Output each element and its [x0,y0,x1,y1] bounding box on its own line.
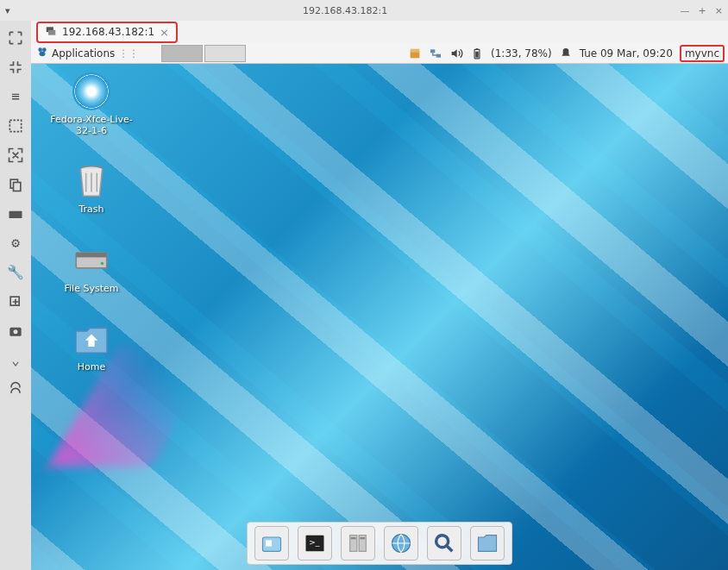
svg-rect-24 [266,541,272,547]
mouse-logo-icon [36,46,48,60]
desktop-wallpaper[interactable]: Fedora-Xfce-Live-32-1-6 Trash File Syste… [31,64,728,570]
svg-point-10 [42,47,47,52]
desktop-icon-home[interactable]: Home [48,320,135,373]
desktop-icon-filesystem[interactable]: File System [48,241,135,294]
home-folder-icon [72,320,110,358]
directory-button[interactable] [470,526,505,561]
terminal-button[interactable]: >_ [298,526,332,561]
svg-point-11 [40,51,46,56]
keyboard-icon[interactable] [3,202,28,226]
remote-desktop: Applications ⋮⋮ [31,43,728,570]
remmina-toolbar: ≡ ⚙ 🔧 ⌄ [0,21,31,570]
system-tray: (1:33, 78%) Tue 09 Mar, 09:20 myvnc [408,45,728,62]
connection-tabbar: 192.168.43.182:1 × [31,21,728,43]
desktop-icon-label: File System [65,283,119,294]
fullscreen-exit-icon[interactable] [3,55,28,79]
notification-bell-icon[interactable] [559,47,573,60]
desktop-icon-label: Home [78,361,105,373]
file-manager-button[interactable] [341,526,375,561]
svg-rect-8 [48,29,55,34]
fit-window-icon[interactable] [3,143,28,167]
menu-icon[interactable]: ≡ [3,85,28,109]
task-list [161,45,246,62]
clock-text[interactable]: Tue 09 Mar, 09:20 [580,47,673,60]
menu-lines-icon: ⋮⋮ [118,47,139,60]
battery-icon[interactable] [470,47,484,60]
task-button[interactable] [161,45,203,62]
window-title: 192.168.43.182:1 [16,5,675,16]
maximize-button[interactable]: + [699,5,706,16]
app-finder-button[interactable] [427,526,461,561]
svg-point-32 [436,536,449,548]
xfce-top-panel: Applications ⋮⋮ [31,43,728,64]
reconnect-icon[interactable] [3,378,28,402]
close-button[interactable]: × [715,5,723,16]
svg-point-9 [38,47,42,52]
collapse-icon[interactable]: ⌄ [3,348,28,373]
svg-rect-3 [9,211,22,218]
svg-rect-17 [476,48,478,49]
network-icon[interactable] [429,47,442,60]
task-button[interactable] [204,45,246,62]
svg-rect-13 [411,48,420,52]
trash-icon [72,162,110,200]
svg-rect-30 [360,537,365,539]
minimize-button[interactable]: — [681,5,690,16]
connection-tab[interactable]: 192.168.43.182:1 × [36,22,178,43]
clipboard-icon[interactable] [3,172,28,197]
svg-rect-2 [14,183,21,191]
cd-icon [72,72,110,110]
applications-menu[interactable]: Applications ⋮⋮ [31,46,144,60]
monitor-icon [45,25,57,40]
desktop-icon-cd[interactable]: Fedora-Xfce-Live-32-1-6 [48,72,135,136]
svg-rect-14 [430,49,435,53]
duplicate-icon[interactable] [3,290,28,314]
tab-close-button[interactable]: × [160,26,169,39]
settings-icon[interactable]: ⚙ [3,231,28,255]
tools-icon[interactable]: 🔧 [3,260,28,285]
user-menu[interactable]: myvnc [680,45,725,62]
connection-tab-label: 192.168.43.182:1 [62,26,154,38]
drive-icon [72,241,110,279]
desktop-icon-label: Fedora-Xfce-Live-32-1-6 [48,114,135,136]
applications-label: Applications [52,47,115,60]
web-browser-button[interactable] [384,526,418,561]
svg-rect-21 [76,253,107,257]
fullscreen-enter-icon[interactable] [3,26,28,50]
window-titlebar: ▾ 192.168.43.182:1 — + × [0,0,728,21]
svg-rect-18 [475,51,479,57]
battery-text: (1:33, 78%) [491,47,552,60]
svg-rect-0 [9,120,21,131]
volume-icon[interactable] [449,47,463,60]
desktop-icon-label: Trash [78,204,104,215]
show-desktop-button[interactable] [254,526,289,561]
desktop-icon-trash[interactable]: Trash [48,162,135,215]
scale-icon[interactable] [3,114,28,138]
screenshot-icon[interactable] [3,319,28,343]
window-menu-icon[interactable]: ▾ [5,5,10,16]
svg-point-6 [14,329,18,334]
svg-rect-29 [351,537,356,539]
svg-point-22 [101,261,104,265]
xfce-dock: >_ [247,522,512,565]
package-update-icon[interactable] [408,47,422,60]
svg-text:>_: >_ [309,537,320,547]
